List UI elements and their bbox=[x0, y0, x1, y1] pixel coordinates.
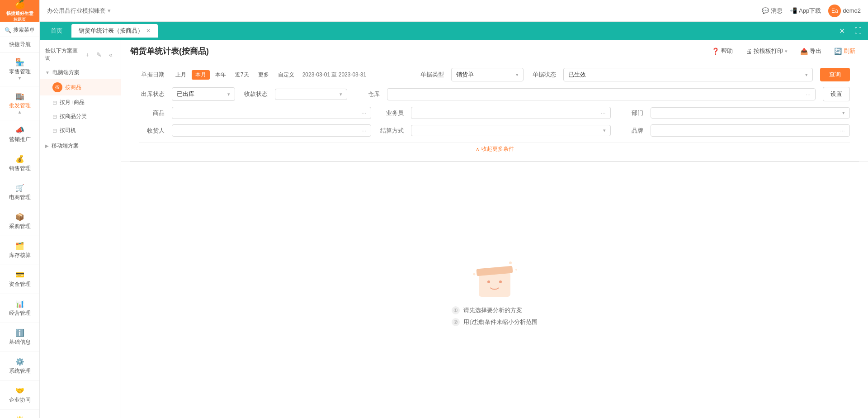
date-range: 2023-03-01 至 2023-03-31 bbox=[302, 71, 366, 79]
breadcrumb-text: 办公用品行业模拟账套 bbox=[47, 7, 106, 15]
filter-row-2: 出库状态 已出库 ▾ 收款状态 ▾ 仓库 ··· bbox=[139, 87, 850, 101]
date-tab-this-year[interactable]: 本年 bbox=[212, 70, 230, 80]
panel-collapse-icon[interactable]: « bbox=[106, 50, 115, 59]
payment-status-select[interactable]: ▾ bbox=[275, 89, 347, 100]
retail-arrow: ▼ bbox=[18, 76, 22, 81]
date-tab-more[interactable]: 更多 bbox=[255, 70, 273, 80]
sidebar-item-operations[interactable]: 📊 经营管理 bbox=[0, 294, 39, 323]
tab-close-icon[interactable]: ✕ bbox=[146, 28, 151, 34]
department-select[interactable]: ▾ bbox=[651, 107, 850, 119]
date-tab-custom[interactable]: 自定义 bbox=[274, 70, 298, 80]
recipient-input[interactable]: ··· bbox=[172, 124, 371, 137]
by-product-circle: 按 bbox=[52, 82, 62, 92]
refresh-label: 刷新 bbox=[844, 47, 855, 55]
print-btn[interactable]: 🖨 按模板打印 ▾ bbox=[742, 45, 791, 57]
sidebar-item-ecommerce[interactable]: 🛒 电商管理 bbox=[0, 178, 39, 207]
panel-item-by-cashier[interactable]: ⊟ 按司机 bbox=[40, 124, 121, 138]
empty-tip-2: ② 用[过滤]条件来缩小分析范围 bbox=[452, 318, 537, 326]
sales-label: 销售管理 bbox=[9, 165, 31, 172]
panel-header: 按以下方案查询 + ✎ « bbox=[40, 45, 121, 66]
sidebar-item-inventory[interactable]: 🗂️ 库存核算 bbox=[0, 236, 39, 265]
doc-type-label: 单据类型 bbox=[419, 71, 444, 79]
sidebar-item-retail[interactable]: 🏪 零售管理 ▼ bbox=[0, 52, 39, 86]
sidebar-item-sales[interactable]: 💰 销售管理 bbox=[0, 149, 39, 178]
recipient-label: 收货人 bbox=[139, 127, 165, 135]
sidebar-item-enterprise[interactable]: 🤝 企业协同 bbox=[0, 381, 39, 410]
panel-pc-header[interactable]: ▼ 电脑端方案 bbox=[40, 66, 121, 79]
settings-button[interactable]: 设置 bbox=[823, 87, 850, 101]
empty-area: ① 请先选择要分析的方案 ② 用[过滤]条件来缩小分析范围 bbox=[121, 162, 868, 418]
sidebar-item-basic[interactable]: ℹ️ 基础信息 bbox=[0, 323, 39, 352]
breadcrumb: 办公用品行业模拟账套 ▾ bbox=[47, 7, 757, 15]
help-btn[interactable]: ❓ 帮助 bbox=[708, 45, 736, 57]
avatar: Ea bbox=[828, 5, 841, 17]
month-product-icon: ⊟ bbox=[52, 100, 57, 106]
date-tab-last-month[interactable]: 上月 bbox=[172, 70, 190, 80]
panel-item-by-month-product[interactable]: ⊟ 按月+商品 bbox=[40, 95, 121, 109]
doc-status-select[interactable]: 已生效 ▾ bbox=[563, 68, 813, 81]
tab-close-window-btn[interactable]: ✕ bbox=[835, 24, 848, 37]
panel-edit-icon[interactable]: ✎ bbox=[94, 50, 104, 59]
export-label: 导出 bbox=[810, 47, 821, 55]
date-tab-7days[interactable]: 近7天 bbox=[231, 70, 253, 80]
empty-num-1: ① bbox=[452, 306, 460, 314]
doc-status-arrow: ▾ bbox=[805, 72, 808, 78]
home-tab-label: 首页 bbox=[51, 27, 62, 35]
print-icon: 🖨 bbox=[745, 48, 752, 55]
print-arrow[interactable]: ▾ bbox=[785, 48, 788, 54]
left-panel: 按以下方案查询 + ✎ « ▼ 电脑端方案 按 按商品 ⊟ bbox=[40, 40, 121, 418]
ecommerce-label: 电商管理 bbox=[9, 194, 31, 201]
basic-icon: ℹ️ bbox=[15, 328, 24, 337]
sidebar-item-finance[interactable]: 💳 资金管理 bbox=[0, 265, 39, 294]
doc-type-arrow: ▾ bbox=[516, 72, 519, 78]
brand-label: 品牌 bbox=[618, 127, 643, 135]
filter-area: 单据日期 上月 本月 本年 近7天 更多 自定义 2023-03-01 至 20… bbox=[130, 62, 859, 162]
page-title: 销货单统计表(按商品) bbox=[130, 46, 209, 57]
empty-illustration bbox=[467, 254, 522, 299]
user-avatar[interactable]: Ea demo2 bbox=[828, 5, 861, 17]
collapse-bar[interactable]: ∧ 收起更多条件 bbox=[139, 142, 850, 156]
search-label: 搜索菜单 bbox=[13, 26, 35, 34]
tab-maximize-btn[interactable]: ⛶ bbox=[852, 24, 864, 37]
ecommerce-icon: 🛒 bbox=[15, 184, 24, 192]
help-icon: ❓ bbox=[712, 48, 719, 55]
tab-home[interactable]: 首页 bbox=[43, 24, 70, 38]
date-tab-this-month[interactable]: 本月 bbox=[192, 70, 210, 80]
tabbar: 首页 销货单统计表（按商品） ✕ ✕ ⛶ bbox=[40, 22, 868, 40]
tab-sales-stat[interactable]: 销货单统计表（按商品） ✕ bbox=[71, 24, 158, 38]
search-menu[interactable]: 🔍 搜索菜单 bbox=[0, 22, 39, 37]
product-input[interactable]: ··· bbox=[172, 107, 371, 119]
refresh-btn[interactable]: 🔄 刷新 bbox=[830, 45, 859, 57]
sidebar-item-wholesale[interactable]: 🏬 批发管理 ▲ bbox=[0, 86, 39, 120]
logo-text: 畅捷通好生意 bbox=[6, 10, 33, 17]
by-product-label: 按商品 bbox=[65, 84, 81, 91]
warehouse-status-value: 已出库 bbox=[177, 90, 194, 98]
panel-mobile-header[interactable]: ▶ 移动端方案 bbox=[40, 139, 121, 152]
doc-type-select[interactable]: 销货单 ▾ bbox=[451, 68, 524, 81]
settlement-select[interactable]: ▾ bbox=[411, 125, 610, 136]
empty-tip-2-text: 用[过滤]条件来缩小分析范围 bbox=[463, 318, 537, 326]
panel-item-by-product[interactable]: 按 按商品 bbox=[40, 79, 121, 95]
warehouse-status-select[interactable]: 已出库 ▾ bbox=[172, 87, 235, 101]
filter-row-1: 单据日期 上月 本月 本年 近7天 更多 自定义 2023-03-01 至 20… bbox=[139, 68, 850, 81]
salesperson-input[interactable]: ··· bbox=[411, 107, 610, 119]
message-btn[interactable]: 💬 消息 bbox=[762, 7, 783, 15]
brand-input[interactable]: ··· bbox=[651, 124, 850, 137]
sidebar-item-marketing[interactable]: 📣 营销推广 bbox=[0, 120, 39, 149]
panel-item-by-category[interactable]: ⊟ 按商品分类 bbox=[40, 109, 121, 124]
panel-add-icon[interactable]: + bbox=[83, 50, 92, 59]
warehouse-input[interactable]: ··· bbox=[387, 88, 816, 100]
sidebar-item-guide[interactable]: 🌟 新手引导 bbox=[0, 410, 39, 418]
breadcrumb-dropdown-icon[interactable]: ▾ bbox=[108, 7, 111, 14]
quick-nav[interactable]: 快捷导航 bbox=[0, 37, 39, 52]
refresh-icon: 🔄 bbox=[834, 48, 842, 55]
wholesale-icon: 🏬 bbox=[15, 92, 24, 100]
warehouse-label: 仓库 bbox=[354, 90, 380, 98]
panel-title: 按以下方案查询 bbox=[45, 47, 83, 62]
export-btn[interactable]: 📤 导出 bbox=[797, 45, 825, 57]
sidebar-item-system[interactable]: ⚙️ 系统管理 bbox=[0, 352, 39, 381]
app-download-btn[interactable]: 📲 App下载 bbox=[790, 7, 821, 15]
query-button[interactable]: 查询 bbox=[820, 68, 850, 81]
sidebar-item-purchase[interactable]: 📦 采购管理 bbox=[0, 207, 39, 236]
page-title-row: 销货单统计表(按商品) ❓ 帮助 🖨 按模板打印 ▾ 📤 bbox=[130, 45, 859, 57]
